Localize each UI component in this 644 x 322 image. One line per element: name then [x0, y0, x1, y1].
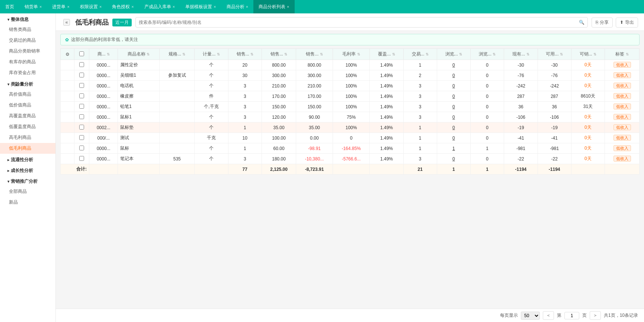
nav-product-analysis-list[interactable]: 商品分析列表 ×	[253, 0, 294, 13]
select-all-checkbox[interactable]	[79, 51, 84, 56]
row-tag: 低收入	[605, 70, 640, 81]
search-input[interactable]	[139, 20, 577, 25]
nav-purchase-order[interactable]: 进货单 ×	[47, 0, 74, 13]
col-spec[interactable]: 规格... ⇅	[160, 49, 195, 60]
sidebar-item-new-products[interactable]: 新品	[0, 197, 55, 208]
row-browse1[interactable]: 0	[437, 112, 470, 122]
sidebar-section-marketing[interactable]: ▾ 营销推广分析	[0, 175, 55, 186]
per-page-select[interactable]: 50 100 200	[521, 312, 540, 320]
row-checkbox[interactable]	[74, 60, 89, 70]
col-tag[interactable]: 标签 ⇅	[605, 49, 640, 60]
col-saleable[interactable]: 可销... ⇅	[571, 49, 605, 60]
page-number-input[interactable]	[564, 312, 579, 319]
col-browse1[interactable]: 浏览... ⇅	[437, 49, 470, 60]
row-checkbox[interactable]	[74, 112, 89, 122]
sidebar-section-overall[interactable]: ▾ 整体信息	[0, 13, 55, 24]
row-browse1[interactable]: 0	[437, 60, 470, 70]
total-current: -1194	[504, 164, 538, 175]
sidebar-section-growth[interactable]: ▸ 成长性分析	[0, 165, 55, 175]
row-checkbox[interactable]	[74, 122, 89, 133]
close-role-auth-icon[interactable]: ×	[131, 4, 134, 9]
nav-product-analysis[interactable]: 商品分析 ×	[221, 0, 253, 13]
col-settings[interactable]: ⚙	[61, 49, 74, 60]
sidebar-section-volume[interactable]: ▾ 类鼢量分析	[0, 78, 55, 89]
next-page-button[interactable]: ＞	[590, 311, 601, 320]
row-code: 0002...	[89, 122, 118, 133]
close-product-entry-icon[interactable]: ×	[173, 4, 175, 9]
alert-text: 这部分商品的利润非常低，请关注	[71, 36, 138, 43]
nav-permissions[interactable]: 权限设置 ×	[75, 0, 107, 13]
nav-template-settings[interactable]: 单据模板设置 ×	[180, 0, 221, 13]
export-button[interactable]: ⬆ 导出	[616, 17, 638, 28]
col-name[interactable]: 商品名称 ⇅	[118, 49, 160, 60]
row-unit: 个	[195, 122, 228, 133]
col-sales-price[interactable]: 销售... ⇅	[262, 49, 296, 60]
close-purchase-order-icon[interactable]: ×	[67, 4, 69, 9]
total-empty4	[195, 164, 228, 175]
row-checkbox[interactable]	[74, 91, 89, 102]
row-coverage: 1.49%	[370, 133, 403, 143]
col-code[interactable]: 商... ⇅	[89, 49, 118, 60]
row-browse1[interactable]: 0	[437, 102, 470, 112]
sidebar-item-low-profit[interactable]: 低毛利商品	[0, 143, 55, 154]
col-trade[interactable]: 交易... ⇅	[403, 49, 437, 60]
close-sales-order-icon[interactable]: ×	[39, 4, 42, 9]
sidebar-item-high-coverage[interactable]: 高覆盖度商品	[0, 111, 55, 121]
close-permissions-icon[interactable]: ×	[99, 4, 102, 9]
row-gross-margin: 100%	[333, 60, 370, 70]
sidebar-section-marketing-label: 营销推广分析	[11, 178, 38, 185]
row-trade: 1	[403, 143, 437, 154]
row-checkbox[interactable]	[74, 154, 89, 164]
nav-role-auth[interactable]: 角色授权 ×	[107, 0, 139, 13]
table-container[interactable]: ⚙ 商... ⇅ 商品名称 ⇅ 规格... ⇅ 计量... ⇅ 销售... ⇅ …	[56, 48, 644, 309]
sidebar-section-circulation[interactable]: ▸ 流通性分析	[0, 154, 55, 165]
prev-page-button[interactable]: ＜	[543, 311, 554, 320]
row-browse2: 0	[471, 60, 504, 70]
sidebar-item-stocked-products[interactable]: 有库存的商品	[0, 57, 55, 67]
time-filter-tag[interactable]: 近一月	[112, 19, 132, 26]
sidebar-item-traded-products[interactable]: 交易过的商品	[0, 35, 55, 46]
close-template-settings-icon[interactable]: ×	[214, 4, 216, 9]
nav-product-entry[interactable]: 产成品入库单 ×	[139, 0, 180, 13]
sidebar-item-high-value[interactable]: 高价值商品	[0, 89, 55, 100]
row-checkbox[interactable]	[74, 81, 89, 91]
col-unit[interactable]: 计量... ⇅	[195, 49, 228, 60]
sidebar-item-all-products[interactable]: 全部商品	[0, 186, 55, 197]
collapse-sidebar-button[interactable]: «	[63, 19, 70, 26]
row-checkbox[interactable]	[74, 143, 89, 154]
col-gross-margin[interactable]: 毛利率 ⇅	[333, 49, 370, 60]
sidebar-item-low-coverage[interactable]: 低覆盖度商品	[0, 121, 55, 132]
col-coverage[interactable]: 覆盖... ⇅	[370, 49, 403, 60]
col-checkbox[interactable]	[74, 49, 89, 60]
search-icon[interactable]: 🔍	[579, 20, 584, 25]
sidebar-item-category-rate[interactable]: 商品分类助销率	[0, 46, 55, 57]
sidebar-item-low-value[interactable]: 低价值商品	[0, 100, 55, 111]
row-browse1[interactable]: 0	[437, 91, 470, 102]
nav-sales-order[interactable]: 销货单 ×	[19, 0, 47, 13]
row-gross-margin: 100%	[333, 91, 370, 102]
row-browse1[interactable]: 0	[437, 133, 470, 143]
row-browse1[interactable]: 0	[437, 70, 470, 81]
col-current[interactable]: 现有... ⇅	[504, 49, 538, 60]
close-product-analysis-list-icon[interactable]: ×	[287, 4, 289, 9]
sidebar-item-high-profit[interactable]: 高毛利商品	[0, 132, 55, 143]
sidebar-item-sales-products[interactable]: 销售类商品	[0, 24, 55, 35]
col-browse2[interactable]: 浏览... ⇅	[471, 49, 504, 60]
row-browse1[interactable]: 0	[437, 122, 470, 133]
share-button[interactable]: ⎘ 分享	[592, 17, 613, 28]
row-browse1[interactable]: 0	[437, 154, 470, 164]
row-browse1[interactable]: 1	[437, 143, 470, 154]
close-product-analysis-icon[interactable]: ×	[246, 4, 248, 9]
row-unit: 个	[195, 143, 228, 154]
nav-home[interactable]: 首页	[0, 0, 19, 13]
row-checkbox[interactable]	[74, 102, 89, 112]
search-box[interactable]: 🔍	[135, 17, 588, 28]
col-sales-profit[interactable]: 销售... ⇅	[296, 49, 333, 60]
row-checkbox[interactable]	[74, 133, 89, 143]
row-checkbox[interactable]	[74, 70, 89, 81]
table-row: 0000... 鼠标1 个 3 120.00 90.00 75% 1.49% 3…	[61, 112, 640, 122]
col-available[interactable]: 可用... ⇅	[538, 49, 571, 60]
row-browse1[interactable]: 0	[437, 81, 470, 91]
sidebar-item-stock-capital[interactable]: 库存资金占用	[0, 67, 55, 78]
col-sales-qty[interactable]: 销售... ⇅	[228, 49, 262, 60]
